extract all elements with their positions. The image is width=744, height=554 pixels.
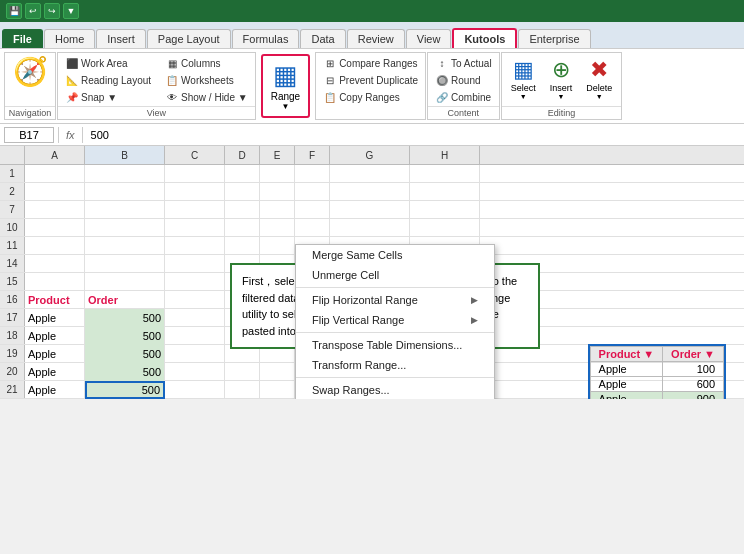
cell[interactable]: Apple bbox=[25, 381, 85, 399]
cell[interactable] bbox=[260, 363, 295, 381]
cell[interactable] bbox=[330, 219, 410, 237]
cell[interactable] bbox=[295, 219, 330, 237]
cell[interactable] bbox=[165, 273, 225, 291]
navigation-btn[interactable]: 🧭 bbox=[13, 55, 48, 100]
cell[interactable] bbox=[165, 237, 225, 255]
cell-b18[interactable]: 500 bbox=[85, 327, 165, 345]
cell-product-header[interactable]: Product bbox=[25, 291, 85, 309]
cell-ref-input[interactable] bbox=[4, 127, 54, 143]
tab-review[interactable]: Review bbox=[347, 29, 405, 48]
cell[interactable] bbox=[25, 219, 85, 237]
cell[interactable] bbox=[225, 183, 260, 201]
right-cell-order[interactable]: 600 bbox=[663, 377, 724, 392]
insert-btn[interactable]: ⊕ Insert ▼ bbox=[545, 55, 578, 102]
cell[interactable] bbox=[410, 201, 480, 219]
cell[interactable] bbox=[260, 201, 295, 219]
range-btn[interactable]: ▦ Range ▼ bbox=[261, 54, 310, 118]
tab-enterprise[interactable]: Enterprise bbox=[518, 29, 590, 48]
cell[interactable]: Apple bbox=[25, 309, 85, 327]
cell[interactable] bbox=[260, 183, 295, 201]
cell[interactable] bbox=[85, 273, 165, 291]
cell[interactable] bbox=[225, 237, 260, 255]
cell[interactable] bbox=[25, 201, 85, 219]
cell[interactable] bbox=[25, 237, 85, 255]
cell[interactable] bbox=[85, 165, 165, 183]
cell[interactable] bbox=[330, 201, 410, 219]
cell[interactable] bbox=[295, 183, 330, 201]
tab-file[interactable]: File bbox=[2, 29, 43, 48]
cell[interactable] bbox=[85, 219, 165, 237]
menu-item-swap[interactable]: Swap Ranges... bbox=[296, 380, 494, 399]
cell[interactable] bbox=[225, 219, 260, 237]
menu-item-merge-same[interactable]: Merge Same Cells bbox=[296, 245, 494, 265]
menu-item-transpose[interactable]: Transpose Table Dimensions... bbox=[296, 335, 494, 355]
cell[interactable] bbox=[165, 327, 225, 345]
cell[interactable] bbox=[225, 165, 260, 183]
cell[interactable] bbox=[25, 165, 85, 183]
prevent-duplicate-btn[interactable]: ⊟ Prevent Duplicate bbox=[320, 72, 421, 88]
tab-kutools[interactable]: Kutools bbox=[452, 28, 517, 48]
right-cell-order[interactable]: 900 bbox=[663, 392, 724, 400]
cell-b19[interactable]: 500 bbox=[85, 345, 165, 363]
cell[interactable] bbox=[85, 255, 165, 273]
cell[interactable] bbox=[410, 183, 480, 201]
cell[interactable] bbox=[25, 273, 85, 291]
menu-item-transform[interactable]: Transform Range... bbox=[296, 355, 494, 375]
cell[interactable]: Apple bbox=[25, 345, 85, 363]
cell[interactable] bbox=[165, 381, 225, 399]
tab-data[interactable]: Data bbox=[300, 29, 345, 48]
cell[interactable] bbox=[295, 201, 330, 219]
delete-btn[interactable]: ✖ Delete ▼ bbox=[581, 55, 617, 102]
to-actual-btn[interactable]: ↕ To Actual bbox=[432, 55, 495, 71]
cell[interactable] bbox=[225, 363, 260, 381]
cell[interactable] bbox=[25, 255, 85, 273]
tab-home[interactable]: Home bbox=[44, 29, 95, 48]
tab-view[interactable]: View bbox=[406, 29, 452, 48]
tab-formulas[interactable]: Formulas bbox=[232, 29, 300, 48]
cell[interactable]: Apple bbox=[25, 363, 85, 381]
right-cell-product[interactable]: Apple bbox=[590, 392, 663, 400]
copy-ranges-btn[interactable]: 📋 Copy Ranges bbox=[320, 89, 421, 105]
tab-pagelayout[interactable]: Page Layout bbox=[147, 29, 231, 48]
menu-item-unmerge[interactable]: Unmerge Cell bbox=[296, 265, 494, 285]
round-btn[interactable]: 🔘 Round bbox=[432, 72, 495, 88]
cell[interactable] bbox=[85, 201, 165, 219]
dropdown-icon[interactable]: ▼ bbox=[63, 3, 79, 19]
formula-input[interactable] bbox=[87, 128, 740, 142]
cell[interactable] bbox=[165, 345, 225, 363]
cell[interactable] bbox=[225, 201, 260, 219]
cell[interactable] bbox=[165, 183, 225, 201]
cell[interactable] bbox=[165, 219, 225, 237]
menu-item-flip-vertical[interactable]: Flip Vertical Range ▶ bbox=[296, 310, 494, 330]
menu-item-flip-horizontal[interactable]: Flip Horizontal Range ▶ bbox=[296, 290, 494, 310]
cell[interactable] bbox=[165, 291, 225, 309]
work-area-btn[interactable]: ⬛ Work Area bbox=[62, 55, 154, 71]
cell[interactable] bbox=[295, 165, 330, 183]
cell[interactable] bbox=[85, 183, 165, 201]
right-cell-product[interactable]: Apple bbox=[590, 377, 663, 392]
redo-icon[interactable]: ↪ bbox=[44, 3, 60, 19]
cell[interactable]: Apple bbox=[25, 327, 85, 345]
cell-b17[interactable]: 500 bbox=[85, 309, 165, 327]
columns-btn[interactable]: ▦ Columns bbox=[162, 55, 251, 71]
cell-b21[interactable]: 500 bbox=[85, 381, 165, 399]
worksheets-btn[interactable]: 📋 Worksheets bbox=[162, 72, 251, 88]
save-icon[interactable]: 💾 bbox=[6, 3, 22, 19]
compare-ranges-btn[interactable]: ⊞ Compare Ranges bbox=[320, 55, 421, 71]
cell[interactable] bbox=[260, 219, 295, 237]
cell[interactable] bbox=[260, 165, 295, 183]
cell[interactable] bbox=[410, 219, 480, 237]
cell[interactable] bbox=[260, 381, 295, 399]
cell[interactable] bbox=[165, 255, 225, 273]
cell[interactable] bbox=[225, 381, 260, 399]
cell[interactable] bbox=[260, 237, 295, 255]
select-btn[interactable]: ▦ Select ▼ bbox=[506, 55, 541, 102]
cell[interactable] bbox=[165, 363, 225, 381]
undo-icon[interactable]: ↩ bbox=[25, 3, 41, 19]
cell[interactable] bbox=[165, 309, 225, 327]
cell[interactable] bbox=[330, 183, 410, 201]
cell[interactable] bbox=[165, 165, 225, 183]
cell-order-header[interactable]: Order bbox=[85, 291, 165, 309]
cell[interactable] bbox=[410, 165, 480, 183]
cell-b20[interactable]: 500 bbox=[85, 363, 165, 381]
